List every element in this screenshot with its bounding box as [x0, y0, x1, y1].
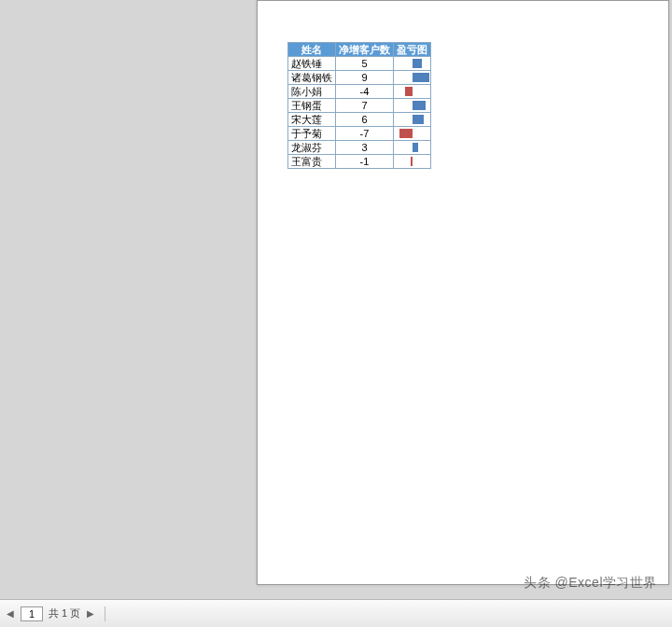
loss-bar — [405, 87, 413, 96]
print-preview-page: 姓名 净增客户数 盈亏图 赵铁锤5诸葛钢铁9陈小娟-4王钢蛋7宋大莲6于予菊-7… — [257, 0, 669, 585]
table-row: 王钢蛋7 — [288, 99, 431, 113]
cell-name: 王钢蛋 — [288, 99, 336, 113]
cell-value: 9 — [336, 71, 394, 85]
cell-winloss — [394, 141, 431, 155]
pager-footer: ◀ 共 1 页 ▶ — [0, 599, 672, 627]
cell-winloss — [394, 71, 431, 85]
table-row: 龙淑芬3 — [288, 141, 431, 155]
loss-bar — [411, 157, 413, 166]
page-number-input[interactable] — [21, 606, 43, 621]
col-header-name: 姓名 — [288, 43, 336, 57]
cell-value: 5 — [336, 57, 394, 71]
win-bar — [413, 101, 426, 110]
win-bar — [413, 73, 429, 82]
table-row: 赵铁锤5 — [288, 57, 431, 71]
win-bar — [413, 143, 418, 152]
col-header-chart: 盈亏图 — [394, 43, 431, 57]
table-row: 诸葛钢铁9 — [288, 71, 431, 85]
data-table: 姓名 净增客户数 盈亏图 赵铁锤5诸葛钢铁9陈小娟-4王钢蛋7宋大莲6于予菊-7… — [287, 42, 431, 169]
table-row: 宋大莲6 — [288, 113, 431, 127]
cell-name: 陈小娟 — [288, 85, 336, 99]
cell-winloss — [394, 57, 431, 71]
table-row: 陈小娟-4 — [288, 85, 431, 99]
table-header-row: 姓名 净增客户数 盈亏图 — [288, 43, 431, 57]
page-next-button[interactable]: ▶ — [84, 606, 97, 621]
win-bar — [413, 115, 424, 124]
cell-value: -4 — [336, 85, 394, 99]
cell-value: 7 — [336, 99, 394, 113]
cell-winloss — [394, 99, 431, 113]
cell-name: 龙淑芬 — [288, 141, 336, 155]
col-header-value: 净增客户数 — [336, 43, 394, 57]
data-table-wrap: 姓名 净增客户数 盈亏图 赵铁锤5诸葛钢铁9陈小娟-4王钢蛋7宋大莲6于予菊-7… — [287, 42, 431, 169]
win-bar — [413, 59, 422, 68]
cell-name: 诸葛钢铁 — [288, 71, 336, 85]
cell-winloss — [394, 155, 431, 169]
cell-name: 赵铁锤 — [288, 57, 336, 71]
loss-bar — [399, 129, 413, 138]
cell-value: -1 — [336, 155, 394, 169]
cell-value: 6 — [336, 113, 394, 127]
cell-value: 3 — [336, 141, 394, 155]
table-body: 赵铁锤5诸葛钢铁9陈小娟-4王钢蛋7宋大莲6于予菊-7龙淑芬3王富贵-1 — [288, 57, 431, 169]
cell-name: 宋大莲 — [288, 113, 336, 127]
cell-value: -7 — [336, 127, 394, 141]
footer-separator — [105, 606, 105, 621]
cell-name: 于予菊 — [288, 127, 336, 141]
cell-winloss — [394, 127, 431, 141]
page-total-label: 共 1 页 — [49, 606, 80, 620]
table-row: 王富贵-1 — [288, 155, 431, 169]
cell-winloss — [394, 113, 431, 127]
page-prev-button[interactable]: ◀ — [4, 606, 17, 621]
table-row: 于予菊-7 — [288, 127, 431, 141]
cell-winloss — [394, 85, 431, 99]
cell-name: 王富贵 — [288, 155, 336, 169]
